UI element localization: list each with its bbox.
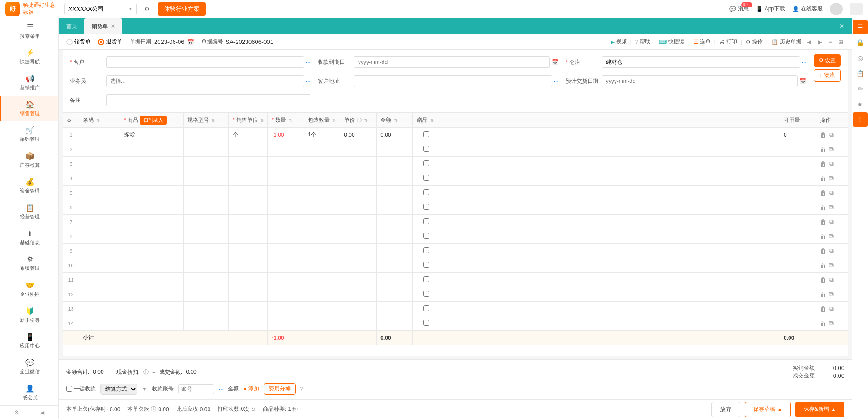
- row-amount-cell[interactable]: [377, 258, 413, 273]
- nav-next-button[interactable]: ▶: [816, 39, 824, 45]
- row-barcode-cell[interactable]: [79, 142, 120, 157]
- row-spec-cell[interactable]: [184, 316, 229, 331]
- row-gift-cell[interactable]: [413, 128, 440, 142]
- one-click-payment-checkbox[interactable]: [66, 386, 72, 392]
- delete-row-icon[interactable]: 🗑: [820, 204, 826, 211]
- row-gift-cell[interactable]: [413, 316, 440, 331]
- row-barcode-cell[interactable]: [79, 157, 120, 171]
- delete-row-icon[interactable]: 🗑: [820, 305, 826, 313]
- delete-row-icon[interactable]: 🗑: [820, 291, 826, 298]
- row-gift-cell[interactable]: [413, 229, 440, 244]
- customer-picker-icon[interactable]: ···: [306, 59, 310, 65]
- row-qty-cell[interactable]: [268, 142, 304, 157]
- row-pkg-qty-cell[interactable]: 1个: [304, 128, 340, 142]
- row-barcode-cell[interactable]: [79, 244, 120, 258]
- row-qty-cell[interactable]: [268, 215, 304, 229]
- row-unit-cell[interactable]: 个: [229, 128, 268, 142]
- row-price-cell[interactable]: [340, 186, 377, 200]
- sidebar-item-member[interactable]: 👤 畅会员: [0, 380, 58, 405]
- row-product-cell[interactable]: 拣货: [120, 128, 184, 142]
- order-debt-info-icon[interactable]: ⓘ: [151, 405, 156, 413]
- row-gift-cell[interactable]: [413, 273, 440, 287]
- price-info-icon[interactable]: ⓘ: [357, 117, 362, 123]
- row-unit-cell[interactable]: [229, 229, 268, 244]
- app-download-button[interactable]: 📱 App下载: [756, 5, 785, 13]
- row-product-cell[interactable]: [120, 215, 184, 229]
- remarks-input[interactable]: [106, 94, 310, 106]
- row-spec-cell[interactable]: [184, 244, 229, 258]
- one-click-payment-label[interactable]: 一键收款: [66, 385, 96, 393]
- row-price-cell[interactable]: 0.00: [340, 128, 377, 142]
- row-barcode-cell[interactable]: [79, 302, 120, 316]
- radio-return-order[interactable]: 退货单: [98, 38, 122, 46]
- row-qty-cell[interactable]: [268, 171, 304, 186]
- video-link[interactable]: ▶ 视频: [611, 38, 627, 46]
- row-product-cell[interactable]: [120, 302, 184, 316]
- nav-prev-button[interactable]: ◀: [805, 39, 813, 45]
- delivery-date-calendar-icon[interactable]: 📅: [800, 78, 806, 84]
- row-qty-cell[interactable]: [268, 157, 304, 171]
- row-spec-cell[interactable]: [184, 186, 229, 200]
- sidebar-item-basic-info[interactable]: ℹ 基础信息: [0, 225, 58, 250]
- row-price-cell[interactable]: [340, 229, 377, 244]
- row-pkg-qty-cell[interactable]: [304, 302, 340, 316]
- rt-button-circle[interactable]: ◎: [853, 51, 868, 65]
- shortcut-link[interactable]: ⌨ 快捷键: [659, 38, 684, 46]
- discount-info-icon[interactable]: ⓘ: [143, 368, 149, 376]
- rt-button-lock[interactable]: 🔒: [853, 35, 868, 50]
- row-barcode-cell[interactable]: [79, 200, 120, 215]
- row-barcode-cell[interactable]: [79, 316, 120, 331]
- copy-row-icon[interactable]: ⧉: [829, 131, 834, 139]
- copy-row-icon[interactable]: ⧉: [829, 189, 834, 197]
- setup-button[interactable]: ⚙ 设置: [814, 54, 841, 67]
- row-product-cell[interactable]: [120, 200, 184, 215]
- row-product-cell[interactable]: [120, 258, 184, 273]
- sidebar-item-search[interactable]: ☰ 搜索菜单: [0, 18, 58, 44]
- expense-split-button[interactable]: 费用分摊: [264, 383, 296, 395]
- row-barcode-cell[interactable]: [79, 171, 120, 186]
- row-pkg-qty-cell[interactable]: [304, 229, 340, 244]
- row-pkg-qty-cell[interactable]: [304, 157, 340, 171]
- scan-button[interactable]: 扫码录入: [140, 116, 167, 125]
- copy-row-icon[interactable]: ⧉: [829, 261, 834, 269]
- customer-input[interactable]: [106, 56, 304, 68]
- row-amount-cell[interactable]: [377, 157, 413, 171]
- view-list-icon[interactable]: ≡: [828, 39, 834, 45]
- sidebar-collapse-icon[interactable]: ◀: [40, 409, 44, 416]
- copy-row-icon[interactable]: ⧉: [829, 319, 834, 327]
- row-gift-cell[interactable]: [413, 244, 440, 258]
- sidebar-item-system[interactable]: ⚙ 系统管理: [0, 250, 58, 276]
- customer-addr-input[interactable]: [354, 75, 552, 87]
- copy-row-icon[interactable]: ⧉: [829, 305, 834, 313]
- expense-info-icon[interactable]: ?: [300, 386, 303, 392]
- user-settings-icon[interactable]: [850, 3, 863, 15]
- message-button[interactable]: 💬 消息 99+: [729, 5, 749, 13]
- row-unit-cell[interactable]: [229, 171, 268, 186]
- row-amount-cell[interactable]: [377, 244, 413, 258]
- row-barcode-cell[interactable]: [79, 186, 120, 200]
- copy-row-icon[interactable]: ⧉: [829, 145, 834, 153]
- row-amount-cell[interactable]: [377, 316, 413, 331]
- row-gift-cell[interactable]: [413, 258, 440, 273]
- rt-button-orange[interactable]: !: [853, 112, 868, 127]
- row-price-cell[interactable]: [340, 287, 377, 302]
- row-qty-cell[interactable]: [268, 316, 304, 331]
- select-list-link[interactable]: ☰ 选单: [693, 38, 711, 46]
- expected-delivery-input[interactable]: [602, 75, 798, 87]
- sidebar-item-sales[interactable]: 🏠 销售管理: [0, 96, 58, 121]
- sidebar-settings-icon[interactable]: ⚙: [14, 409, 19, 416]
- sidebar-item-operations[interactable]: 📋 经营管理: [0, 199, 58, 225]
- row-qty-cell[interactable]: [268, 186, 304, 200]
- delete-row-icon[interactable]: 🗑: [820, 189, 826, 197]
- sidebar-item-app-center[interactable]: 📱 应用中心: [0, 328, 58, 354]
- row-gift-cell[interactable]: [413, 186, 440, 200]
- row-spec-cell[interactable]: [184, 215, 229, 229]
- sidebar-item-enterprise-wechat[interactable]: 💬 企业微信: [0, 354, 58, 380]
- row-unit-cell[interactable]: [229, 244, 268, 258]
- row-unit-cell[interactable]: [229, 316, 268, 331]
- row-product-cell[interactable]: [120, 287, 184, 302]
- sidebar-item-finance[interactable]: 💰 资金管理: [0, 173, 58, 199]
- row-product-cell[interactable]: [120, 229, 184, 244]
- row-spec-cell[interactable]: [184, 258, 229, 273]
- row-price-cell[interactable]: [340, 302, 377, 316]
